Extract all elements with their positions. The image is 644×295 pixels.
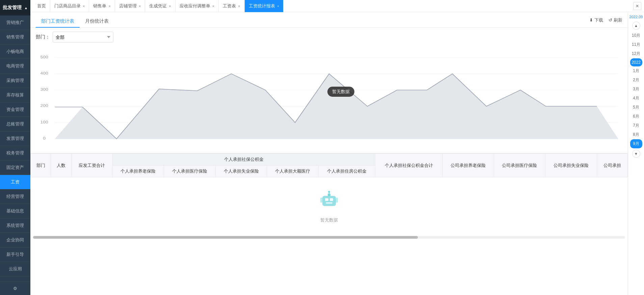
svg-rect-12 (322, 196, 336, 206)
svg-rect-13 (325, 198, 328, 201)
sidebar-title: 批发管理 (3, 5, 22, 11)
chart-svg: 0 100 200 300 400 500 (36, 49, 622, 150)
tab-bar-actions: ✕ (633, 2, 641, 10)
timeline-item-5月[interactable]: 5月 (628, 103, 644, 112)
download-button[interactable]: ⬇ 下载 (589, 17, 603, 23)
sidebar-item-总账管理[interactable]: 总账管理 (0, 117, 30, 131)
th-department: 部门 (31, 154, 51, 177)
tab-销售单[interactable]: 销售单× (89, 0, 115, 12)
sidebar-item-基础信息[interactable]: 基础信息 (0, 204, 30, 218)
sidebar-item-采购管理[interactable]: 采购管理 (0, 73, 30, 88)
sidebar-item-经营管理[interactable]: 经营管理 (0, 189, 30, 204)
svg-text:500: 500 (41, 55, 48, 59)
tab-close-icon[interactable]: × (238, 4, 240, 8)
sidebar-item-企业协同[interactable]: 企业协同 (0, 233, 30, 247)
sidebar-item-电商管理[interactable]: 电商管理 (0, 59, 30, 73)
sidebar-item-工资[interactable]: 工资 (0, 175, 30, 189)
tab-工资统计报表[interactable]: 工资统计报表× (245, 0, 284, 12)
svg-text:200: 200 (41, 103, 48, 108)
sidebar-item-云应用[interactable]: 云应用 (0, 262, 30, 276)
th-personal-housing: 个人承担住房公积金 (319, 166, 375, 177)
timeline-down-button[interactable]: ▼ (632, 150, 640, 158)
timeline-item-8月[interactable]: 8月 (628, 130, 644, 139)
tab-店铺管理[interactable]: 店铺管理× (115, 0, 145, 12)
tab-门店商品目录[interactable]: 门店商品目录× (50, 0, 89, 12)
timeline-item-2月[interactable]: 2月 (628, 76, 644, 85)
table-wrapper[interactable]: 部门 人数 应发工资合计 个人承担社保公积金 个人承担社保公积金合计 公司承担养… (30, 153, 628, 295)
timeline-item-11月[interactable]: 11月 (628, 40, 644, 49)
chart-wrapper: 0 100 200 300 400 500 (36, 49, 622, 150)
sub-tabs-left: 部门工资统计表月份统计表 (36, 16, 114, 27)
timeline-item-4月[interactable]: 4月 (628, 94, 644, 103)
horizontal-scrollbar[interactable] (30, 233, 628, 241)
empty-robot-icon (316, 187, 343, 214)
chart-area: 0 100 200 300 400 500 (30, 47, 628, 153)
sidebar-item-系统管理[interactable]: 系统管理 (0, 218, 30, 233)
timeline-panel: 2022.09 ▲ 10月11月12月20221月2月3月4月5月6月7月8月9… (628, 12, 644, 295)
salary-table: 部门 人数 应发工资合计 个人承担社保公积金 个人承担社保公积金合计 公司承担养… (30, 153, 628, 177)
sidebar-item-营销推广[interactable]: 营销推广 (0, 16, 30, 30)
th-headcount: 人数 (51, 154, 71, 177)
sidebar-item-库存核算[interactable]: 库存核算 (0, 88, 30, 102)
sub-tab-月份统计表[interactable]: 月份统计表 (80, 16, 114, 28)
sidebar-toggle-icon: ▲ (24, 6, 28, 10)
download-label: 下载 (594, 17, 603, 23)
content-main: 部门工资统计表月份统计表 ⬇ 下载 ↺ 刷新 部门： 全部 (30, 12, 628, 295)
sidebar-header[interactable]: 批发管理 ▲ (0, 0, 30, 16)
timeline-item-2022[interactable]: 2022 (630, 58, 642, 66)
sidebar-item-小畅电商[interactable]: 小畅电商 (0, 45, 30, 59)
sidebar-item-资金管理[interactable]: 资金管理 (0, 102, 30, 117)
tab-close-icon[interactable]: × (169, 4, 171, 8)
svg-text:400: 400 (41, 71, 48, 76)
sub-tab-部门工资统计表[interactable]: 部门工资统计表 (36, 16, 80, 28)
timeline-item-6月[interactable]: 6月 (628, 112, 644, 121)
sub-tabs: 部门工资统计表月份统计表 ⬇ 下载 ↺ 刷新 (30, 12, 628, 28)
sidebar-item-固定资产[interactable]: 固定资产 (0, 160, 30, 175)
th-personal-insurance-group: 个人承担社保公积金 (112, 154, 375, 166)
tab-close-icon[interactable]: × (212, 4, 214, 8)
svg-rect-19 (320, 198, 322, 203)
table-header-row1: 部门 人数 应发工资合计 个人承担社保公积金 个人承担社保公积金合计 公司承担养… (31, 154, 628, 166)
refresh-button[interactable]: ↺ 刷新 (609, 17, 622, 23)
refresh-label: 刷新 (614, 17, 622, 23)
tab-工资表[interactable]: 工资表× (219, 0, 244, 12)
timeline-item-1月[interactable]: 1月 (628, 66, 644, 76)
timeline-current-label: 2022.09 (629, 15, 643, 19)
sidebar-item-新手引导[interactable]: 新手引导 (0, 247, 30, 262)
th-company-pension: 公司承担养老保险 (442, 154, 494, 177)
timeline-up-button[interactable]: ▲ (632, 22, 640, 30)
tab-生成凭证[interactable]: 生成凭证× (145, 0, 175, 12)
timeline-item-10月[interactable]: 10月 (628, 31, 644, 40)
filter-label: 部门： (36, 34, 50, 40)
sidebar-item-税务管理[interactable]: 税务管理 (0, 146, 30, 160)
sidebar-item-发票管理[interactable]: 发票管理 (0, 131, 30, 146)
tab-首页[interactable]: 首页 (33, 0, 50, 12)
timeline-item-12月[interactable]: 12月 (628, 49, 644, 58)
download-icon: ⬇ (589, 18, 593, 23)
timeline-item-3月[interactable]: 3月 (628, 85, 644, 94)
tab-close-icon[interactable]: × (277, 4, 279, 8)
svg-rect-20 (336, 198, 338, 203)
close-window-button[interactable]: ✕ (633, 2, 641, 10)
content-area: 部门工资统计表月份统计表 ⬇ 下载 ↺ 刷新 部门： 全部 (30, 12, 644, 295)
tab-close-icon[interactable]: × (108, 4, 110, 8)
tab-close-icon[interactable]: × (139, 4, 141, 8)
svg-text:300: 300 (41, 87, 48, 92)
timeline-item-9月[interactable]: 9月 (630, 139, 642, 148)
th-personal-large-medical: 个人承担大额医疗 (267, 166, 319, 177)
timeline-item-7月[interactable]: 7月 (628, 121, 644, 130)
svg-text:0: 0 (43, 136, 46, 141)
tab-应收应付调整单[interactable]: 应收应付调整单× (176, 0, 219, 12)
th-personal-unemployment: 个人承担失业保险 (215, 166, 267, 177)
empty-state: 暂无数据 (30, 177, 628, 233)
tab-close-icon[interactable]: × (83, 4, 85, 8)
svg-rect-14 (330, 198, 333, 201)
svg-rect-16 (328, 194, 330, 196)
sidebar-footer-settings[interactable]: ⚙ (0, 282, 30, 295)
svg-text:100: 100 (41, 120, 48, 124)
chart-no-data-tooltip: 暂无数据 (327, 87, 354, 97)
department-select[interactable]: 全部 (53, 32, 113, 42)
sidebar-item-销售管理[interactable]: 销售管理 (0, 30, 30, 45)
refresh-icon: ↺ (609, 18, 612, 23)
svg-rect-15 (326, 202, 332, 204)
